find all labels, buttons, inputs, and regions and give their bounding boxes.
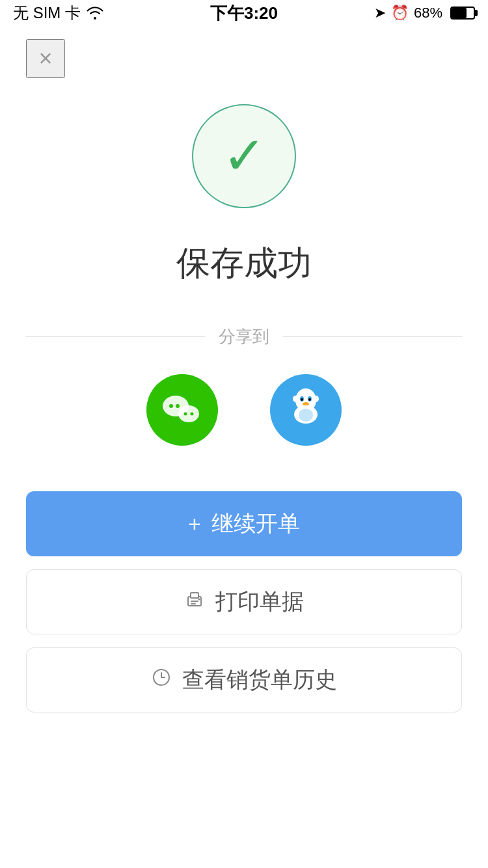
svg-point-3	[178, 405, 199, 422]
svg-rect-17	[191, 593, 198, 598]
divider-line-left	[26, 336, 206, 337]
close-icon: ×	[38, 45, 52, 72]
alarm-icon: ⏰	[391, 5, 409, 21]
qq-icon	[285, 385, 327, 435]
wechat-share-button[interactable]	[146, 374, 218, 446]
svg-point-15	[314, 396, 319, 402]
svg-point-20	[198, 599, 200, 601]
status-time: 下午3:20	[210, 2, 278, 25]
svg-rect-18	[191, 601, 198, 602]
success-title: 保存成功	[176, 241, 312, 286]
print-label: 打印单据	[215, 587, 304, 617]
history-button[interactable]: 查看销货单历史	[26, 647, 462, 712]
svg-point-13	[299, 409, 313, 422]
qq-share-button[interactable]	[270, 374, 342, 446]
svg-point-14	[293, 396, 298, 402]
history-icon	[151, 667, 172, 693]
svg-point-8	[301, 398, 303, 401]
svg-rect-19	[191, 603, 196, 604]
continue-label: 继续开单	[211, 509, 300, 539]
location-icon: ➤	[374, 5, 386, 21]
battery-percent: 68%	[414, 5, 442, 21]
close-button[interactable]: ×	[26, 39, 65, 78]
battery-icon	[450, 7, 475, 20]
action-buttons-container: + 继续开单 打印单据	[26, 491, 462, 712]
status-bar: 无 SIM 卡 下午3:20 ➤ ⏰ 68%	[0, 0, 488, 26]
wechat-icon	[161, 393, 203, 427]
divider-line-right	[282, 336, 462, 337]
status-indicators: ➤ ⏰ 68%	[374, 5, 475, 21]
status-carrier: 无 SIM 卡	[13, 3, 104, 23]
share-section: 分享到	[26, 325, 462, 446]
main-content: × ✓ 保存成功 分享到	[0, 26, 488, 868]
svg-point-10	[308, 398, 311, 401]
svg-point-4	[184, 413, 187, 416]
success-icon-circle: ✓	[192, 104, 296, 208]
history-label: 查看销货单历史	[182, 665, 337, 695]
print-button[interactable]: 打印单据	[26, 569, 462, 634]
continue-button[interactable]: + 继续开单	[26, 491, 462, 556]
share-label: 分享到	[219, 325, 269, 348]
share-icons-container	[146, 374, 342, 446]
svg-point-2	[176, 404, 180, 408]
svg-point-5	[191, 413, 194, 416]
print-icon	[184, 589, 205, 615]
continue-icon: +	[188, 511, 201, 537]
wifi-icon	[86, 7, 104, 20]
share-divider: 分享到	[26, 325, 462, 348]
checkmark-icon: ✓	[223, 130, 266, 182]
carrier-text: 无 SIM 卡	[13, 3, 81, 23]
svg-point-1	[169, 404, 173, 408]
